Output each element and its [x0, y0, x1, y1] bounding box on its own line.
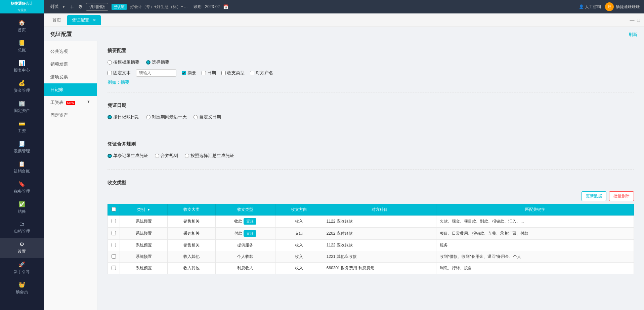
col-keywords: 匹配关键字 — [436, 204, 634, 216]
row-keywords: 收到*借款、收到*备用金、退回*备用金、个人 — [436, 251, 634, 263]
table-row: 系统预置 收入其他 个人收款 收入 1221 其他应收款 收到*借款、收到*备用… — [108, 251, 634, 263]
row-checkbox[interactable] — [112, 231, 116, 235]
sidebar-label-assets: 固定资产 — [14, 108, 30, 114]
sidebar-item-assets[interactable]: 🏢 固定资产 — [0, 97, 44, 117]
certified-badge: 已认证 — [112, 4, 127, 10]
sidebar-item-guide[interactable]: 🚀 新手引导 — [0, 258, 44, 278]
left-nav-purchase-inv[interactable]: 进项发票 — [44, 71, 97, 83]
tab-close-icon[interactable]: ✕ — [93, 18, 96, 23]
purchase-icon: 📋 — [18, 161, 25, 167]
funds-icon: 💰 — [18, 80, 25, 86]
sidebar-item-funds[interactable]: 💰 资金管理 — [0, 77, 44, 97]
row-check-cell — [108, 228, 120, 240]
fixed-text-input[interactable] — [136, 69, 176, 77]
radio-merge-input[interactable] — [155, 154, 159, 158]
table-row: 系统预置 采购相关 付款 置顶 支出 2202 应付账款 项目、日常费用、报销款… — [108, 228, 634, 240]
row-direction: 收入 — [275, 251, 323, 263]
checkbox-summary[interactable]: 摘要 — [182, 70, 196, 76]
radio-period-last-label: 对应期间最后一天 — [152, 114, 187, 120]
sidebar-item-settle[interactable]: ✅ 结账 — [0, 198, 44, 218]
merge-rules-section: 凭证合并规则 单条记录生成凭证 合并规则 按照选择汇总生成凭证 — [108, 141, 634, 170]
calendar-icon[interactable]: 📅 — [223, 4, 228, 9]
radio-single-input[interactable] — [108, 154, 112, 158]
counterpart-checkbox[interactable] — [250, 71, 254, 75]
radio-template-input[interactable] — [108, 60, 112, 65]
product-tags: 好会计（专）+好生意（标）+ ... — [130, 4, 187, 10]
left-nav-journal[interactable]: 日记账 — [44, 83, 97, 96]
left-nav-public[interactable]: 公共选项 — [44, 45, 97, 58]
type-label: 收支类型 — [227, 70, 245, 76]
radio-custom-date[interactable]: 自定义日期 — [194, 114, 221, 120]
row-type: 提供服务 — [215, 240, 275, 251]
radio-select-input[interactable] — [146, 60, 151, 65]
col-direction: 收支方向 — [275, 204, 323, 216]
top-tag-button[interactable]: 置顶 — [244, 230, 256, 237]
old-version-button[interactable]: 切到旧版 — [86, 3, 108, 11]
sidebar-item-tax[interactable]: 🔖 税务管理 — [0, 178, 44, 198]
plus-icon[interactable]: ＋ — [69, 3, 75, 11]
dropdown-icon[interactable]: ▼ — [62, 5, 66, 9]
radio-journal-date[interactable]: 按日记账日期 — [108, 114, 139, 120]
top-tag-button[interactable]: 置顶 — [244, 218, 256, 225]
radio-select-total-input[interactable] — [185, 154, 189, 158]
gear-icon[interactable]: ⚙ — [78, 4, 83, 9]
row-account: 1122 应收账款 — [323, 216, 436, 228]
tab-home[interactable]: 首页 — [48, 15, 66, 25]
radio-period-last[interactable]: 对应期间最后一天 — [146, 114, 187, 120]
sidebar-item-archive[interactable]: 🗂 归档管理 — [0, 218, 44, 238]
row-checkbox[interactable] — [112, 266, 116, 270]
checkbox-counterpart[interactable]: 对方户名 — [250, 70, 273, 76]
radio-select[interactable]: 选择摘要 — [146, 59, 169, 65]
sidebar-item-invoice[interactable]: 🧾 发票管理 — [0, 137, 44, 157]
tab-voucher-config[interactable]: 凭证配置 ✕ — [67, 15, 101, 25]
counterpart-label: 对方户名 — [256, 70, 273, 76]
left-nav-payroll[interactable]: 工资表 NEW ▼ — [44, 96, 97, 109]
summary-checkbox[interactable] — [182, 71, 186, 75]
period-label: 账期 — [194, 4, 202, 10]
radio-select-total[interactable]: 按照选择汇总生成凭证 — [185, 153, 234, 159]
sidebar-item-purchase[interactable]: 📋 进销台账 — [0, 157, 44, 178]
tab-minimize-button[interactable]: — — [630, 17, 635, 23]
logo-sub: 专业版 — [17, 8, 27, 12]
checkbox-type[interactable]: 收支类型 — [221, 70, 245, 76]
income-expense-table: 类别 ▼ 收支大类 收支类型 收支方向 对方科目 匹配关键字 — [108, 204, 634, 274]
row-checkbox[interactable] — [112, 254, 116, 259]
checkbox-fixed-text[interactable]: 固定文本 — [108, 70, 131, 76]
sidebar-item-home[interactable]: 🏠 首页 — [0, 16, 44, 36]
radio-journal-date-input[interactable] — [108, 115, 112, 119]
type-checkbox[interactable] — [221, 71, 226, 75]
sidebar-item-ledger[interactable]: 📒 总账 — [0, 36, 44, 56]
checkbox-date[interactable]: 日期 — [202, 70, 216, 76]
sidebar-label-invoice: 发票管理 — [14, 148, 30, 154]
fixed-text-checkbox[interactable] — [108, 71, 112, 75]
avatar: 旺 — [605, 2, 614, 11]
refresh-button[interactable]: 刷新 — [629, 32, 637, 38]
radio-custom-date-input[interactable] — [194, 115, 198, 119]
sidebar-item-reports[interactable]: 📊 报表中心 — [0, 56, 44, 77]
row-type: 个人收款 — [215, 251, 275, 263]
batch-delete-button[interactable]: 批量删除 — [609, 191, 634, 201]
left-nav-sales[interactable]: 销项发票 — [44, 58, 97, 71]
sidebar-label-guide: 新手引导 — [14, 269, 30, 275]
select-all-checkbox[interactable] — [112, 207, 116, 211]
left-nav-fixed-assets[interactable]: 固定资产 — [44, 109, 97, 122]
sidebar-label-salary: 工资 — [18, 128, 26, 134]
row-checkbox[interactable] — [112, 219, 116, 223]
sidebar-item-member[interactable]: 👑 畅会员 — [0, 278, 44, 298]
tab-maximize-button[interactable]: □ — [637, 17, 640, 23]
summary-checkbox-row: 固定文本 摘要 日期 收支类型 — [108, 69, 634, 77]
radio-template[interactable]: 按模板版摘要 — [108, 59, 139, 65]
salary-icon: 💳 — [18, 120, 25, 127]
radio-merge[interactable]: 合并规则 — [155, 153, 178, 159]
expand-icon[interactable]: ▼ — [87, 100, 90, 104]
radio-period-last-input[interactable] — [146, 115, 151, 119]
category-sort-icon[interactable]: ▼ — [147, 208, 151, 211]
radio-single-label: 单条记录生成凭证 — [113, 153, 148, 159]
sidebar-item-salary[interactable]: 💳 工资 — [0, 117, 44, 137]
radio-single[interactable]: 单条记录生成凭证 — [108, 153, 148, 159]
row-checkbox[interactable] — [112, 243, 116, 247]
sidebar-item-settings[interactable]: ⚙ 设置 — [0, 238, 44, 258]
service-label[interactable]: 👤 人工咨询 — [579, 4, 601, 10]
date-checkbox[interactable] — [202, 71, 206, 75]
update-data-button[interactable]: 更新数据 — [582, 191, 606, 201]
